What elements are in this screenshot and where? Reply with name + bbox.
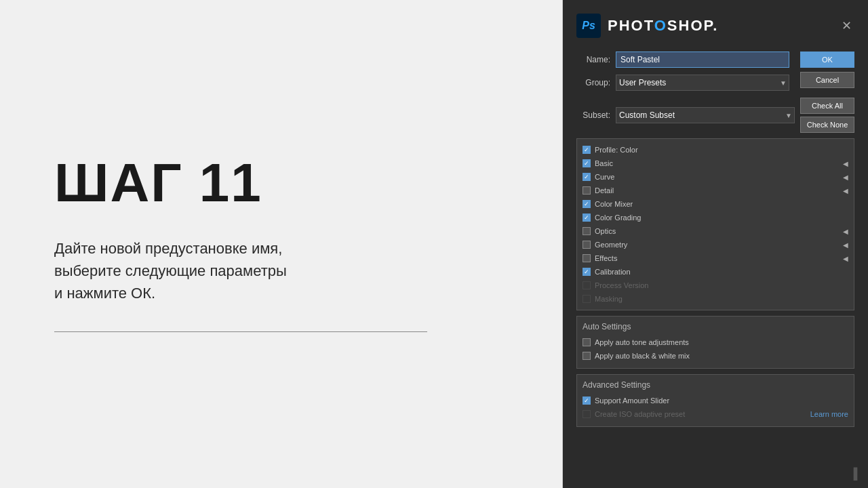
check-left-4: Color Mixer [583,200,633,208]
check-label-10: Process Version [595,281,648,289]
group-row: Group: User Presets ▼ [576,75,789,91]
close-button[interactable]: ✕ [838,18,854,34]
checklist-item-9: Calibration [583,265,848,279]
create-iso-checkbox[interactable] [583,410,591,418]
check-arrow-8[interactable]: ◀ [843,255,848,262]
check-arrow-2[interactable]: ◀ [843,174,848,181]
bottom-icon: ▐ [850,468,857,480]
learn-more-link[interactable]: Learn more [810,410,848,418]
check-arrow-1[interactable]: ◀ [843,160,848,167]
check-label-9: Calibration [595,268,631,276]
check-left-0: Profile: Color [583,146,638,154]
subset-row: Subset: Custom Subset ▼ Check All Check … [576,98,854,133]
create-iso-row: Create ISO adaptive preset Learn more [583,407,848,421]
step-description: Дайте новой предустановке имя, выберите … [54,237,508,304]
auto-tone-checkbox[interactable] [583,338,591,346]
checkbox-7[interactable] [583,241,591,249]
auto-tone-left: Apply auto tone adjustments [583,338,689,346]
check-none-button[interactable]: Check None [800,117,854,133]
ok-cancel-area: OK Cancel [800,52,854,88]
ok-button[interactable]: OK [800,52,854,68]
check-arrow-3[interactable]: ◀ [843,187,848,195]
advanced-settings-section: Advanced Settings Support Amount Slider … [576,374,854,427]
checklist-item-6: Optics◀ [583,224,848,238]
checkbox-3[interactable] [583,186,591,195]
check-label-5: Color Grading [595,214,641,222]
auto-bw-left: Apply auto black & white mix [583,352,690,360]
checkbox-1[interactable] [583,159,591,167]
checklist-item-10: Process Version [583,279,848,292]
auto-bw-row: Apply auto black & white mix [583,349,848,363]
cancel-button[interactable]: Cancel [800,72,854,88]
auto-settings-title: Auto Settings [583,322,848,331]
group-select[interactable]: User Presets [616,75,789,91]
app-header: Ps PHOTOSHOP. ✕ [576,14,854,38]
name-input[interactable] [616,52,789,68]
auto-settings-section: Auto Settings Apply auto tone adjustment… [576,316,854,369]
check-label-4: Color Mixer [595,200,633,208]
check-label-7: Geometry [595,241,627,249]
checklist-item-5: Color Grading [583,211,848,224]
check-arrow-7[interactable]: ◀ [843,241,848,249]
logo-area: Ps PHOTOSHOP. [576,14,718,38]
checkbox-10[interactable] [583,281,591,289]
check-arrow-6[interactable]: ◀ [843,228,848,235]
form-fields: Name: Group: User Presets ▼ [576,52,789,98]
check-left-3: Detail [583,186,614,195]
app-title-o: O [654,17,667,34]
auto-tone-row: Apply auto tone adjustments [583,336,848,349]
create-iso-left: Create ISO adaptive preset [583,410,685,418]
auto-tone-label: Apply auto tone adjustments [595,338,689,346]
check-left-11: Masking [583,295,623,303]
checkbox-9[interactable] [583,268,591,276]
checklist-item-2: Curve◀ [583,170,848,184]
app-title: PHOTOSHOP. [608,17,718,35]
support-amount-label: Support Amount Slider [595,396,669,405]
check-left-5: Color Grading [583,214,641,222]
check-left-10: Process Version [583,281,648,289]
group-label: Group: [576,78,610,87]
subset-label: Subset: [576,110,610,120]
subset-select-wrapper: Custom Subset ▼ [616,107,795,123]
checkbox-0[interactable] [583,146,591,154]
checkbox-11[interactable] [583,295,591,303]
description-line1: Дайте новой предустановке имя, [54,240,282,257]
check-left-2: Curve [583,173,614,181]
ps-logo: Ps [576,14,601,38]
checkbox-8[interactable] [583,254,591,262]
check-left-1: Basic [583,159,613,167]
step-title: ШАГ 11 [54,156,508,210]
auto-bw-label: Apply auto black & white mix [595,352,690,360]
form-area: Name: Group: User Presets ▼ OK Cancel [576,52,854,98]
check-left-9: Calibration [583,268,631,276]
checklist-item-4: Color Mixer [583,197,848,211]
check-left-7: Geometry [583,241,627,249]
checkbox-2[interactable] [583,173,591,181]
checkbox-6[interactable] [583,227,591,235]
check-label-8: Effects [595,254,617,262]
check-label-0: Profile: Color [595,146,638,154]
checklist-item-11: Masking [583,292,848,306]
checklist-panel: Profile: ColorBasic◀Curve◀Detail◀Color M… [576,138,854,310]
subset-select[interactable]: Custom Subset [616,107,795,123]
auto-bw-checkbox[interactable] [583,352,591,360]
check-label-1: Basic [595,159,613,167]
checkbox-5[interactable] [583,214,591,222]
create-iso-label: Create ISO adaptive preset [595,410,685,418]
check-label-11: Masking [595,295,623,303]
checklist-item-0: Profile: Color [583,143,848,157]
divider-line [54,331,427,332]
support-amount-checkbox[interactable] [583,396,591,405]
checklist-item-7: Geometry◀ [583,238,848,251]
check-left-6: Optics [583,227,616,235]
check-label-2: Curve [595,173,614,181]
checklist-item-1: Basic◀ [583,157,848,170]
check-all-button[interactable]: Check All [800,98,854,114]
check-label-6: Optics [595,227,616,235]
description-line2: выберите следующие параметры [54,262,287,279]
checkbox-4[interactable] [583,200,591,208]
right-panel: Ps PHOTOSHOP. ✕ Name: Group: User Preset… [563,0,868,488]
name-row: Name: [576,52,789,68]
checklist-item-3: Detail◀ [583,184,848,197]
group-select-wrapper: User Presets ▼ [616,75,789,91]
